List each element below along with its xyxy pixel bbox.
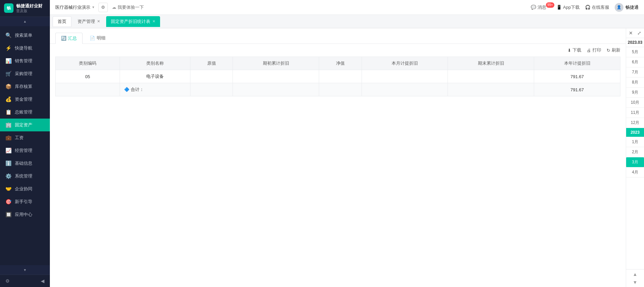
year-marker: 2023 [626, 128, 644, 137]
settings-button[interactable]: ⚙ [98, 3, 108, 12]
month-item[interactable]: 3月 [626, 157, 644, 167]
col-header: 本月计提折旧 [362, 57, 448, 70]
month-item[interactable]: 11月 [626, 108, 644, 118]
sidebar-item-fixed[interactable]: 🏢 固定资产 [0, 119, 50, 131]
month-item[interactable]: 4月 [626, 167, 644, 178]
collab-nav-label: 企业协同 [15, 186, 32, 192]
sidebar-item-funds[interactable]: 💰 资金管理 [0, 93, 50, 106]
sidebar-nav: 🔍 搜索菜单 ⚡ 快捷导航 📊 销售管理 🛒 采购管理 📦 库存核算 💰 资金管… [0, 26, 50, 265]
sidebar-item-basicinfo[interactable]: ℹ️ 基础信息 [0, 157, 50, 170]
fixed-nav-icon: 🏢 [5, 122, 11, 128]
row-cell-4 [319, 70, 362, 83]
table-toolbar: ⬇ 下载 🖨 打印 ↻ 刷新 [50, 44, 626, 57]
inner-tab-detail[interactable]: 📄 明细 [84, 32, 111, 43]
logo-main: 畅捷通好业财 [16, 3, 42, 9]
page-main: 🔄 汇总 📄 明细 ⬇ 下载 🖨 打印 ↻ 刷新 [50, 28, 626, 287]
system-nav-label: 系统管理 [15, 173, 32, 179]
sidebar-item-purchase[interactable]: 🛒 采购管理 [0, 67, 50, 80]
sidebar-item-search[interactable]: 🔍 搜索菜单 [0, 29, 50, 42]
wages-nav-label: 工资 [15, 135, 24, 141]
cloud-icon: ☁ [112, 5, 116, 10]
refresh-label: 刷新 [612, 47, 620, 53]
month-item[interactable]: 2月 [626, 147, 644, 157]
sidebar-item-guide[interactable]: 🎯 新手引导 [0, 195, 50, 208]
service-button[interactable]: 🎧 在线客服 [585, 4, 609, 10]
company-selector[interactable]: 医疗器械行业演示 ▾ [55, 4, 94, 10]
inventory-nav-icon: 📦 [5, 84, 11, 90]
apps-nav-label: 应用中心 [15, 212, 32, 218]
user-name: 畅捷通 [625, 4, 639, 10]
download-icon: ⬇ [568, 48, 571, 53]
month-item[interactable]: 10月 [626, 98, 644, 108]
app-download-button[interactable]: 📱 App下载 [556, 4, 580, 10]
subtotal-icon: 🔷 [124, 87, 129, 92]
month-item[interactable]: 9月 [626, 88, 644, 98]
close-panel-icon[interactable]: ✕ [629, 30, 633, 36]
down-arrow-icon[interactable]: ▼ [633, 280, 638, 285]
tab-home[interactable]: 首页 [53, 16, 71, 27]
collapse-icon[interactable]: ◀ [41, 278, 44, 284]
tab-depreciation[interactable]: 固定资产折旧统计表✕ [106, 16, 160, 27]
tab-bar: 首页资产管理✕固定资产折旧统计表✕ [50, 15, 644, 28]
row-cell-6 [448, 70, 534, 83]
print-button[interactable]: 🖨 打印 [587, 47, 601, 53]
up-arrow-icon[interactable]: ▲ [633, 272, 638, 277]
download-button[interactable]: ⬇ 下载 [568, 47, 581, 53]
inner-tab-summary[interactable]: 🔄 汇总 [55, 33, 83, 44]
table-row: 05电子设备791.67 [56, 70, 620, 83]
print-icon: 🖨 [587, 48, 591, 53]
headset-icon: 🎧 [585, 5, 590, 10]
tab-close-asset-mgmt[interactable]: ✕ [97, 20, 100, 23]
sidebar-footer: ⚙ ◀ [0, 275, 50, 287]
user-menu[interactable]: 👤 畅捷通 [615, 3, 639, 12]
sidebar-item-system[interactable]: ⚙️ 系统管理 [0, 170, 50, 183]
sidebar-item-sales[interactable]: 📊 销售管理 [0, 55, 50, 67]
ledger-nav-icon: 📋 [5, 109, 11, 115]
inner-tabs: 🔄 汇总 📄 明细 [50, 28, 626, 44]
row-cell-0: 05 [56, 70, 120, 83]
tab-close-depreciation[interactable]: ✕ [152, 20, 155, 23]
sidebar-scroll-down[interactable]: ▼ [0, 265, 50, 275]
col-header: 净值 [319, 57, 362, 70]
subtotal-cell-0 [56, 83, 120, 96]
app-label: App下载 [563, 4, 580, 10]
sidebar-item-collab[interactable]: 🤝 企业协同 [0, 183, 50, 195]
quicknav-nav-label: 快捷导航 [15, 45, 32, 51]
settings-icon[interactable]: ⚙ [5, 278, 10, 284]
sidebar-scroll-up[interactable]: ▲ [0, 17, 50, 26]
month-item[interactable]: 8月 [626, 77, 644, 88]
print-label: 打印 [592, 47, 601, 53]
month-item[interactable]: 7月 [626, 67, 644, 77]
company-chevron-icon: ▾ [92, 5, 94, 9]
sidebar-item-apps[interactable]: 🔲 应用中心 [0, 208, 50, 221]
month-item[interactable]: 6月 [626, 57, 644, 67]
funds-nav-label: 资金管理 [15, 96, 32, 102]
service-label: 在线客服 [592, 4, 609, 10]
sidebar-item-inventory[interactable]: 📦 库存核算 [0, 80, 50, 93]
detail-tab-icon: 📄 [90, 36, 95, 41]
funds-nav-icon: 💰 [5, 96, 11, 102]
search-nav-label: 搜索菜单 [15, 32, 32, 38]
sidebar-item-biz[interactable]: 📈 经营管理 [0, 144, 50, 157]
row-cell-2 [190, 70, 233, 83]
expand-panel-icon[interactable]: ⤢ [637, 30, 641, 36]
guide-nav-label: 新手引导 [15, 199, 32, 205]
experience-button[interactable]: ☁ 我要体验一下 [112, 4, 144, 10]
sidebar-item-ledger[interactable]: 📋 总账管理 [0, 106, 50, 119]
month-item[interactable]: 5月 [626, 47, 644, 57]
sidebar-item-wages[interactable]: 💼 工资 [0, 131, 50, 144]
month-list: 5月6月7月8月9月10月11月12月20231月2月3月4月 [626, 47, 644, 269]
tab-label-home: 首页 [58, 19, 66, 25]
message-button[interactable]: 💬 消息 99+ [531, 4, 551, 10]
month-item[interactable]: 1月 [626, 137, 644, 147]
col-header: 类别编码 [56, 57, 120, 70]
sidebar-item-quicknav[interactable]: ⚡ 快捷导航 [0, 42, 50, 55]
topbar: 医疗器械行业演示 ▾ ⚙ ☁ 我要体验一下 💬 消息 99+ 📱 App下载 🎧… [50, 0, 644, 15]
tab-asset-mgmt[interactable]: 资产管理✕ [73, 16, 105, 27]
logo-text: 畅捷通好业财 普及版 [16, 3, 42, 13]
basicinfo-nav-label: 基础信息 [15, 160, 32, 166]
subtotal-cell-1: 🔷合计： [120, 83, 190, 96]
app-icon: 📱 [556, 5, 562, 10]
refresh-button[interactable]: ↻ 刷新 [607, 47, 620, 53]
month-item[interactable]: 12月 [626, 118, 644, 128]
